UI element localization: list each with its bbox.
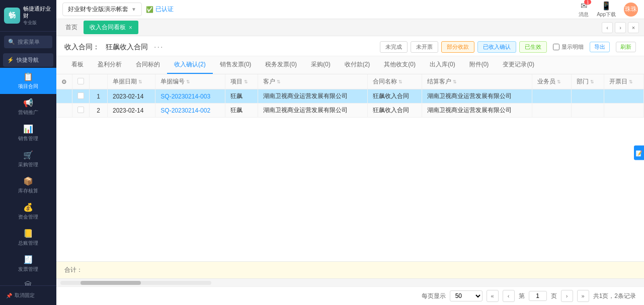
tab-other-income[interactable]: 其他收支(0) xyxy=(377,56,423,74)
sort-customer-icon[interactable]: ⇅ xyxy=(277,79,281,84)
page-number-input[interactable] xyxy=(529,291,547,301)
pagination: 每页显示 50 100 200 « ‹ 第 页 › » 共1页，2条记录 xyxy=(56,286,644,305)
quick-nav-button[interactable]: ⚡ 快捷导航 xyxy=(3,53,53,67)
status-partial-receipt-button[interactable]: 部分收款 xyxy=(441,41,474,53)
tab-close-button[interactable]: × xyxy=(129,24,132,31)
home-tab[interactable]: 首页 xyxy=(61,23,82,32)
tab-change-log[interactable]: 变更记录(0) xyxy=(496,56,541,74)
th-settle-customer: 结算客户 ⇅ xyxy=(422,74,532,89)
tab-kanban[interactable]: 看板 xyxy=(64,56,91,74)
sort-salesperson-icon[interactable]: ⇅ xyxy=(557,79,561,84)
tab-purchase[interactable]: 采购(0) xyxy=(304,56,338,74)
tab-revenue-confirm[interactable]: 收入确认(2) xyxy=(167,56,213,74)
tab-sales-invoice[interactable]: 销售发票(0) xyxy=(213,56,259,74)
status-buttons: 未完成 未开票 部分收款 已收入确认 已生效 xyxy=(380,41,547,53)
sidebar-item-marketing[interactable]: 📢 营销推广 xyxy=(0,94,56,120)
table-row[interactable]: 1 2023-02-14 SQ-20230214-003 狂飙 湖南卫视商业运营… xyxy=(56,89,644,104)
status-uninvoiced-button[interactable]: 未开票 xyxy=(411,41,438,53)
per-page-label: 每页显示 xyxy=(422,292,446,300)
active-tab[interactable]: 收入合同看板 × xyxy=(84,21,138,34)
unpin-button[interactable]: 📌 取消固定 xyxy=(4,290,52,301)
app-logo-icon: 畅 xyxy=(4,8,20,24)
sort-code-icon[interactable]: ⇅ xyxy=(186,79,190,84)
first-page-button[interactable]: « xyxy=(487,290,499,302)
row-checkbox-cell-2 xyxy=(72,104,90,118)
show-detail-label: 显示明细 xyxy=(561,43,584,51)
row-settle-1: 湖南卫视商业运营发展有限公司 xyxy=(422,89,532,104)
tab-payment[interactable]: 收付款(2) xyxy=(338,56,377,74)
side-note-button[interactable]: 📝 xyxy=(634,145,644,160)
tab-warehouse[interactable]: 出入库(0) xyxy=(423,56,462,74)
sort-project-icon[interactable]: ⇅ xyxy=(244,79,248,84)
row-date-2: 2023-02-14 xyxy=(108,104,155,118)
note-icon: 📝 xyxy=(636,149,642,156)
app-download-button[interactable]: 📱 App下载 xyxy=(597,1,616,18)
table-row[interactable]: 2 2023-02-14 SQ-20230214-002 狂飙 湖南卫视商业运营… xyxy=(56,104,644,118)
row-checkbox-2[interactable] xyxy=(77,107,84,113)
tab-next-button[interactable]: › xyxy=(615,22,626,33)
tabbar-navigation: ‹ › × xyxy=(602,22,639,33)
row-project-2: 狂飙 xyxy=(225,104,258,118)
tax-icon: 🏛 xyxy=(24,281,32,285)
page-info: 共1页，2条记录 xyxy=(593,292,636,300)
sort-date-icon[interactable]: ⇅ xyxy=(138,79,142,84)
sidebar-item-inventory[interactable]: 📦 库存核算 xyxy=(0,172,56,198)
sort-settle-icon[interactable]: ⇅ xyxy=(453,79,457,84)
per-page-select[interactable]: 50 100 200 xyxy=(450,290,482,301)
page-content: 收入合同： 狂飙收入合同 ··· 未完成 未开票 部分收款 已收入确认 已生效 … xyxy=(56,36,644,305)
tab-attachments[interactable]: 附件(0) xyxy=(462,56,496,74)
search-menu-button[interactable]: 🔍 搜索菜单 xyxy=(4,36,52,48)
page-unit: 页 xyxy=(551,292,557,300)
sidebar-item-ledger[interactable]: 📒 总账管理 xyxy=(0,225,56,251)
show-detail-checkbox[interactable]: 显示明细 xyxy=(553,43,584,51)
project-contract-icon: 📋 xyxy=(23,72,33,81)
company-selector[interactable]: 好业财专业版演示帐套 ▼ xyxy=(62,3,142,16)
th-checkbox xyxy=(72,74,90,89)
sort-dept-icon[interactable]: ⇅ xyxy=(590,79,594,84)
tab-profit-analysis[interactable]: 盈利分析 xyxy=(91,56,129,74)
more-options-button[interactable]: ··· xyxy=(154,43,164,52)
row-code-link-2[interactable]: SQ-20230214-002 xyxy=(160,107,210,114)
sidebar-footer: 📌 取消固定 xyxy=(0,285,56,305)
tab-contract-subject[interactable]: 合同标的 xyxy=(129,56,167,74)
sidebar-item-tax[interactable]: 🏛 税务管理 xyxy=(0,277,56,285)
refresh-button[interactable]: 刷新 xyxy=(616,42,636,52)
select-all-checkbox[interactable] xyxy=(77,78,84,84)
marketing-icon: 📢 xyxy=(23,98,33,108)
topbar: 好业财专业版演示帐套 ▼ ✅ 已认证 ✉ 1 消息 📱 App下载 珠珠 xyxy=(56,0,644,19)
sidebar-item-purchase[interactable]: 🛒 采购管理 xyxy=(0,146,56,172)
sidebar-item-project-contract[interactable]: 📋 项目合同 xyxy=(0,68,56,94)
export-button[interactable]: 导出 xyxy=(590,42,610,52)
tab-prev-button[interactable]: ‹ xyxy=(602,22,613,33)
sidebar-item-sales[interactable]: 📊 销售管理 xyxy=(0,120,56,146)
settings-icon[interactable]: ⚙ xyxy=(61,78,67,85)
sidebar-item-funds[interactable]: 💰 资金管理 xyxy=(0,198,56,225)
tab-tax-invoice[interactable]: 税务发票(0) xyxy=(258,56,304,74)
sort-contract-icon[interactable]: ⇅ xyxy=(398,79,403,84)
status-revenue-confirmed-button[interactable]: 已收入确认 xyxy=(477,41,516,53)
th-contract: 合同名称 ⇅ xyxy=(368,74,422,89)
download-icon: 📱 xyxy=(601,1,611,11)
tab-close-all-button[interactable]: × xyxy=(628,22,639,33)
status-effective-button[interactable]: 已生效 xyxy=(519,41,547,53)
th-row-num xyxy=(90,74,108,89)
status-incomplete-button[interactable]: 未完成 xyxy=(380,41,408,53)
show-detail-input[interactable] xyxy=(553,44,559,50)
user-avatar[interactable]: 珠珠 xyxy=(624,3,638,17)
prev-page-button[interactable]: ‹ xyxy=(503,290,515,302)
last-page-button[interactable]: » xyxy=(577,290,589,302)
next-page-button[interactable]: › xyxy=(561,290,573,302)
row-code-link-1[interactable]: SQ-20230214-003 xyxy=(160,93,210,100)
table-header: ⚙ 单据日期 ⇅ xyxy=(56,74,644,89)
scroll-bar-thumb[interactable] xyxy=(80,281,141,285)
sidebar: 畅 畅捷通好业财 专业版 🔍 搜索菜单 ⚡ 快捷导航 📋 项目合同 📢 营销推广… xyxy=(0,0,56,305)
sort-open-date-icon[interactable]: ⇅ xyxy=(629,79,633,84)
funds-icon: 💰 xyxy=(23,202,33,212)
th-settings: ⚙ xyxy=(56,74,72,89)
row-settle-2: 湖南卫视商业运营发展有限公司 xyxy=(422,104,532,118)
sidebar-item-invoice[interactable]: 🧾 发票管理 xyxy=(0,251,56,277)
row-checkbox[interactable] xyxy=(77,92,84,99)
message-button[interactable]: ✉ 1 消息 xyxy=(579,1,589,18)
row-code-1: SQ-20230214-003 xyxy=(155,89,225,104)
row-dept-2 xyxy=(572,104,604,118)
